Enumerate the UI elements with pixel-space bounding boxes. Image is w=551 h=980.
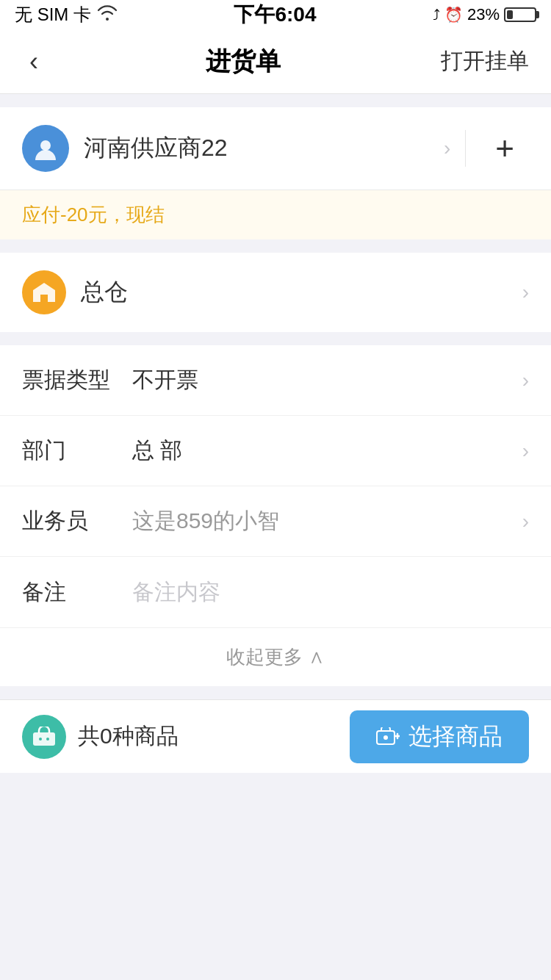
form-row-invoice[interactable]: 票据类型 不开票 ›: [0, 345, 551, 416]
bottom-bar: 共0种商品 选择商品: [0, 699, 551, 773]
svg-rect-2: [33, 732, 55, 746]
department-chevron-icon: ›: [522, 439, 529, 463]
section-gap-2: [0, 239, 551, 253]
warehouse-name: 总仓: [81, 276, 508, 309]
battery-text: 23%: [467, 5, 500, 24]
salesperson-label: 业务员: [22, 506, 132, 536]
warehouse-card[interactable]: 总仓 ›: [0, 253, 551, 332]
form-row-remark[interactable]: 备注 备注内容: [0, 557, 551, 627]
supplier-chevron-icon: ›: [444, 137, 450, 160]
divider: [465, 130, 466, 167]
carrier-text: 无 SIM 卡: [15, 3, 91, 26]
salesperson-chevron-icon: ›: [522, 510, 529, 533]
collapse-button[interactable]: 收起更多 ∧: [0, 627, 551, 686]
wifi-icon: [97, 4, 118, 25]
invoice-label: 票据类型: [22, 365, 132, 395]
select-product-button[interactable]: 选择商品: [350, 710, 529, 763]
supplier-row[interactable]: 河南供应商22 › +: [0, 107, 551, 190]
remark-input[interactable]: 备注内容: [132, 577, 529, 608]
warehouse-row[interactable]: 总仓 ›: [0, 253, 551, 332]
svg-point-4: [46, 738, 49, 741]
svg-point-3: [39, 738, 42, 741]
remark-label: 备注: [22, 577, 132, 608]
svg-point-6: [383, 735, 388, 740]
status-left: 无 SIM 卡: [15, 3, 118, 26]
department-label: 部门: [22, 436, 132, 466]
status-time: 下午6:04: [234, 1, 316, 29]
select-btn-label: 选择商品: [408, 721, 503, 753]
section-gap-4: [0, 686, 551, 699]
supplier-notice: 应付-20元，现结: [0, 190, 551, 239]
open-pending-button[interactable]: 打开挂单: [441, 46, 529, 76]
supplier-name: 河南供应商22: [84, 132, 429, 165]
select-product-icon: [376, 727, 400, 746]
invoice-value: 不开票: [132, 365, 522, 395]
supplier-card: 河南供应商22 › + 应付-20元，现结: [0, 107, 551, 239]
alarm-icon: ⏰: [444, 6, 463, 24]
salesperson-value: 这是859的小智: [132, 506, 522, 536]
svg-point-0: [40, 140, 51, 151]
product-count-area: 共0种商品: [22, 715, 179, 759]
product-count-text: 共0种商品: [78, 721, 179, 752]
collapse-label: 收起更多 ∧: [226, 644, 324, 670]
add-supplier-button[interactable]: +: [480, 130, 529, 167]
page-title: 进货单: [206, 45, 281, 79]
nav-bar: ‹ 进货单 打开挂单: [0, 29, 551, 94]
section-gap-1: [0, 94, 551, 107]
location-icon: ⤴: [433, 7, 440, 24]
invoice-chevron-icon: ›: [522, 369, 529, 392]
status-bar: 无 SIM 卡 下午6:04 ⤴ ⏰ 23%: [0, 0, 551, 29]
form-card: 票据类型 不开票 › 部门 总 部 › 业务员 这是859的小智 › 备注 备注…: [0, 345, 551, 627]
form-row-salesperson[interactable]: 业务员 这是859的小智 ›: [0, 486, 551, 557]
product-icon: [22, 715, 66, 759]
form-row-department[interactable]: 部门 总 部 ›: [0, 416, 551, 486]
supplier-avatar: [22, 125, 69, 172]
warehouse-chevron-icon: ›: [522, 281, 529, 304]
status-right: ⤴ ⏰ 23%: [433, 5, 536, 24]
department-value: 总 部: [132, 436, 522, 466]
battery-icon: [504, 7, 536, 22]
section-gap-3: [0, 332, 551, 345]
back-button[interactable]: ‹: [22, 39, 46, 84]
warehouse-icon: [22, 270, 66, 314]
svg-rect-1: [40, 295, 48, 302]
